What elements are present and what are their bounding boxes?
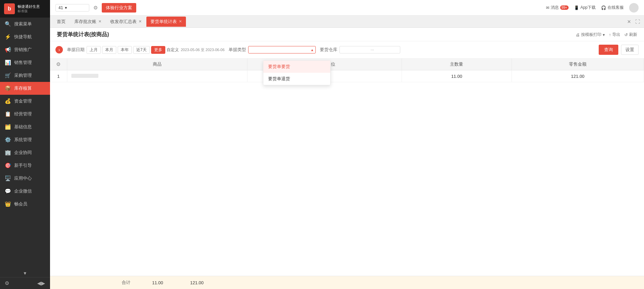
tabs-bar-right: ✕ ⛶	[626, 18, 641, 25]
col-amount: 零售金额	[511, 59, 644, 70]
type-input-wrapper: ▲	[248, 46, 316, 53]
tab-close-icon[interactable]: ✕	[98, 19, 101, 24]
type-dropdown-menu: 要货单要货 要货单退货	[263, 60, 331, 85]
message-badge: 99+	[560, 5, 569, 10]
tab-home-label: 首页	[57, 19, 66, 25]
app-logo: b 畅捷通好生意 标准版	[0, 0, 50, 18]
sidebar-item-system[interactable]: ⚙️ 系统管理	[0, 133, 50, 146]
app-download-label: App下载	[580, 5, 596, 10]
sidebar-item-member[interactable]: 👑 畅会员	[0, 198, 50, 210]
message-btn[interactable]: ✉ 消息 99+	[546, 5, 569, 10]
filter-expand-btn[interactable]: ›	[55, 46, 63, 53]
sidebar-item-finance[interactable]: 💰 资金管理	[0, 95, 50, 108]
sidebar-item-quick-nav[interactable]: ⚡ 快捷导航	[0, 30, 50, 43]
logo-icon: b	[4, 3, 15, 14]
collapse-icon[interactable]: ◀▶	[37, 280, 45, 286]
settings-gear-icon[interactable]: ⚙	[93, 5, 98, 11]
trial-button[interactable]: 体验行业方案	[102, 3, 136, 13]
print-template-btn[interactable]: 🖨 按模板打印 ▾	[576, 32, 605, 38]
tab-order-stats[interactable]: 要货单统计表 ✕	[146, 17, 186, 27]
sidebar-item-search[interactable]: 🔍 搜索菜单	[0, 18, 50, 30]
topbar: 41 ▾ ⚙ 体验行业方案 ✉ 消息 99+ 📱 App下载 🎧 在线客服	[50, 0, 644, 16]
date-custom-btn[interactable]: 自定义	[167, 47, 179, 53]
filter-actions: 查询 设置	[599, 45, 639, 55]
tab-close-all-icon[interactable]: ✕	[626, 18, 633, 25]
date-more-btn[interactable]: 更多	[151, 46, 165, 54]
export-btn[interactable]: ↑ 导出	[609, 32, 620, 38]
warehouse-input[interactable]: ···	[339, 46, 400, 53]
date-this-year-btn[interactable]: 本年	[118, 46, 132, 54]
sidebar-item-basic[interactable]: 🗂️ 基础信息	[0, 120, 50, 133]
operations-icon: 📋	[5, 111, 11, 117]
query-button[interactable]: 查询	[599, 45, 618, 55]
date-range-display: 2023-05-06 至 2023-06-06	[181, 47, 225, 52]
page-header: 要货单统计表(按商品) 🖨 按模板打印 ▾ ↑ 导出 ↺ 刷新	[50, 28, 644, 41]
refresh-btn[interactable]: ↺ 刷新	[624, 32, 637, 38]
corp-icon: 🏢	[5, 150, 11, 156]
settings-icon[interactable]: ⚙	[5, 280, 9, 286]
tab-close-icon[interactable]: ✕	[179, 19, 182, 24]
sidebar-item-label: 经营管理	[14, 111, 32, 117]
sidebar-item-wechat[interactable]: 💬 企业微信	[0, 185, 50, 198]
dropdown-item-order-return[interactable]: 要货单退货	[263, 73, 330, 85]
member-icon: 👑	[5, 201, 11, 207]
page-title: 要货单统计表(按商品)	[57, 31, 109, 38]
tab-inventory-batch[interactable]: 库存批次账 ✕	[70, 17, 105, 27]
sidebar-item-corp[interactable]: 🏢 企业协同	[0, 146, 50, 159]
store-selector[interactable]: 41 ▾	[55, 4, 89, 12]
row-product	[67, 70, 247, 82]
tab-receive-summary[interactable]: 收发存汇总表 ✕	[106, 17, 146, 27]
message-label: 消息	[551, 5, 559, 10]
export-icon: ↑	[609, 32, 611, 37]
sidebar-item-label: 企业协同	[14, 150, 32, 156]
dropdown-item-order-goods[interactable]: 要货单要货	[263, 61, 330, 73]
tab-home[interactable]: 首页	[53, 17, 70, 27]
guide-icon: 🎯	[5, 162, 11, 169]
tab-expand-icon[interactable]: ⛶	[634, 18, 641, 25]
sidebar-item-sales[interactable]: 📊 销售管理	[0, 56, 50, 69]
sidebar-item-label: 系统管理	[14, 137, 32, 143]
print-icon: 🖨	[576, 32, 580, 37]
sidebar-item-label: 应用中心	[14, 175, 32, 181]
app-download-btn[interactable]: 📱 App下载	[574, 5, 596, 10]
filters-bar: › 单据日期 上月 本月 本年 近7天 更多 自定义 2023-05-06 至 …	[50, 41, 644, 59]
app-sub: 标准版	[18, 9, 40, 14]
user-avatar[interactable]	[629, 3, 639, 13]
tab-receive-summary-label: 收发存汇总表	[110, 19, 137, 25]
type-filter-label: 单据类型	[229, 47, 246, 53]
sidebar-item-operations[interactable]: 📋 经营管理	[0, 108, 50, 120]
type-input-arrow-icon[interactable]: ▲	[310, 48, 314, 52]
date-this-month-btn[interactable]: 本月	[102, 46, 116, 54]
online-service-label: 在线客服	[607, 5, 624, 10]
sidebar-scroll-down[interactable]: ▼	[0, 269, 50, 277]
quick-nav-icon: ⚡	[5, 34, 11, 40]
chevron-down-icon: ▼	[23, 271, 27, 276]
wechat-icon: 💬	[5, 188, 11, 194]
sales-icon: 📊	[5, 60, 11, 66]
date-last-month-btn[interactable]: 上月	[87, 46, 101, 54]
tab-close-icon[interactable]: ✕	[139, 19, 142, 24]
table-footer: 合计 11.00 121.00	[50, 276, 644, 289]
marketing-icon: 📢	[5, 47, 11, 53]
headset-icon: 🎧	[601, 5, 606, 10]
page-actions: 🖨 按模板打印 ▾ ↑ 导出 ↺ 刷新	[576, 32, 637, 38]
sidebar-item-appstore[interactable]: 🖥️ 应用中心	[0, 172, 50, 185]
sidebar-item-label: 库存核算	[14, 85, 32, 91]
sidebar-item-marketing[interactable]: 📢 营销推广	[0, 43, 50, 56]
print-label: 按模板打印	[581, 32, 601, 38]
col-settings: ⚙	[50, 59, 67, 70]
sidebar-item-guide[interactable]: 🎯 新手引导	[0, 159, 50, 172]
col-qty: 主数量	[402, 59, 511, 70]
data-table: ⚙ 商品 主计量单位 主数量 零售金额 1 块	[50, 59, 644, 82]
online-service-btn[interactable]: 🎧 在线客服	[601, 5, 624, 10]
row-amount: 121.00	[511, 70, 644, 82]
sidebar-item-purchase[interactable]: 🛒 采购管理	[0, 69, 50, 82]
sidebar-item-inventory[interactable]: 📦 库存核算	[0, 82, 50, 95]
topbar-left: 41 ▾ ⚙ 体验行业方案	[55, 3, 136, 13]
settings-button[interactable]: 设置	[621, 45, 639, 55]
column-settings-icon[interactable]: ⚙	[56, 61, 61, 67]
type-input[interactable]	[248, 46, 316, 53]
date-last-7days-btn[interactable]: 近7天	[133, 46, 150, 54]
sidebar-bottom: ⚙ ◀▶	[0, 277, 50, 289]
sidebar-item-label: 销售管理	[14, 60, 32, 66]
